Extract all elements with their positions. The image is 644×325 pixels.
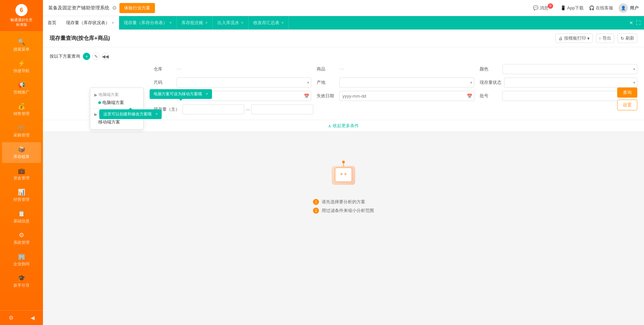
basic-info-icon: 📋 <box>18 210 25 217</box>
logo-icon: 6 <box>15 4 28 16</box>
tooltip-create-scheme: 这里可以创建和修改方案哦 × <box>99 109 162 119</box>
prod-date-calendar-icon[interactable]: 📅 <box>304 94 309 99</box>
maximize-icon[interactable]: ⛶ <box>636 20 641 25</box>
tab-close-batch[interactable]: × <box>205 20 208 25</box>
sales-icon: 💰 <box>18 103 25 110</box>
tab-label-batch: 库存批次账 <box>181 20 203 26</box>
sidebar-logo: 6 畅通通好生意 标准版 <box>0 0 43 32</box>
tab-close-receive[interactable]: × <box>281 20 284 25</box>
sidebar-item-label-operation: 经营管理 <box>13 197 30 203</box>
collapse-arrow-icon: ∧ <box>328 123 331 128</box>
stock-qty-max-input[interactable] <box>251 104 313 114</box>
reset-button[interactable]: 设置 <box>617 100 637 110</box>
stock-qty-min-input[interactable] <box>182 104 244 114</box>
tab-batch[interactable]: 库存批次账× <box>177 16 213 30</box>
batch-field: 批号 <box>480 91 637 101</box>
filter-header: 按以下方案查询 ＋ ✎ ◀◀ <box>50 53 637 60</box>
active-dot <box>98 101 101 104</box>
tab-home[interactable]: 首页 <box>43 16 61 30</box>
exp-date-calendar-icon[interactable]: 📅 <box>467 94 472 99</box>
batch-label: 批号 <box>480 93 500 99</box>
exp-industry-button[interactable]: 体验行业方案 <box>119 3 155 13</box>
tooltip-pc-to-mobile: 电脑方案可设为移动方案哦 × <box>150 89 212 99</box>
warehouse-field: 仓库 ··· <box>154 66 311 72</box>
app-download-button[interactable]: 📱 App下载 <box>560 5 584 11</box>
sidebar-item-quick-nav[interactable]: ⚡ 快捷导航 <box>2 56 41 77</box>
page-actions: 🖨 按模板打印 ▾ ↑ 导出 ↻ 刷新 <box>555 34 638 43</box>
size-label: 尺码 <box>154 79 174 86</box>
refresh-button[interactable]: ↻ 刷新 <box>618 34 637 43</box>
sidebar-footer: ⚙ ◀ <box>0 310 43 325</box>
quick-nav-icon: ⚡ <box>18 60 25 67</box>
origin-select[interactable] <box>339 77 474 88</box>
tab-receive[interactable]: 收发存汇总表× <box>249 16 289 30</box>
service-icon: 🎧 <box>589 5 594 10</box>
message-button[interactable]: 💬 消息 9 <box>533 5 555 11</box>
sidebar-item-label-guide: 新手引导 <box>13 283 30 288</box>
color-label: 颜色 <box>480 66 500 72</box>
sidebar-item-label-quick-nav: 快捷导航 <box>13 68 30 74</box>
sidebar: 6 畅通通好生意 标准版 🔍 搜索菜单 ⚡ 快捷导航 📢 营销推广 💰 销售管理… <box>0 0 43 325</box>
topbar-gear-icon[interactable]: ⚙ <box>112 5 117 11</box>
filter-action-buttons: ＋ ✎ ◀◀ <box>83 53 109 60</box>
add-scheme-button[interactable]: ＋ <box>83 53 90 60</box>
sidebar-item-inventory[interactable]: 📦 库存核算 <box>2 142 41 163</box>
warehouse-dots[interactable]: ··· <box>176 66 181 72</box>
exp-date-label: 失效日期 <box>317 93 337 99</box>
sidebar-item-search[interactable]: 🔍 搜索菜单 <box>2 35 41 56</box>
sidebar-item-label-purchase: 采购管理 <box>13 132 30 138</box>
sidebar-item-guide[interactable]: 🎓 新手引导 <box>2 271 41 292</box>
edit-scheme-button[interactable]: ✎ <box>92 53 100 60</box>
print-button[interactable]: 🖨 按模板打印 ▾ <box>555 34 593 43</box>
message-icon: 💬 <box>533 5 538 10</box>
size-field: 尺码 ▾ <box>154 77 311 88</box>
query-button[interactable]: 查询 <box>617 88 637 98</box>
user-menu[interactable]: 👤 用户 <box>619 3 639 13</box>
sidebar-item-label-basic-info: 基础信息 <box>13 218 30 224</box>
tooltip1-close[interactable]: × <box>206 92 208 96</box>
message-badge: 9 <box>548 3 553 9</box>
tab-inventory-dist[interactable]: 现存量（库存分布表）× <box>119 16 177 30</box>
tooltip2-close[interactable]: × <box>155 112 158 116</box>
stock-status-select[interactable] <box>504 77 637 88</box>
search-icon: 🔍 <box>18 38 25 46</box>
system-title: 装备及固定资产辅助管理系统 <box>48 5 109 11</box>
origin-label: 产地 <box>317 79 337 86</box>
collapse-sidebar-icon[interactable]: ◀ <box>31 315 35 321</box>
export-icon: ↑ <box>599 36 601 41</box>
goods-dots[interactable]: ··· <box>339 66 344 72</box>
sidebar-item-purchase[interactable]: 🛒 采购管理 <box>2 121 41 142</box>
stock-status-field: 现存量状态 ▾ <box>480 77 637 88</box>
tab-inout[interactable]: 出入库流水× <box>213 16 249 30</box>
filter-row-1: 仓库 ··· 商品 ··· 颜色 ▾ <box>154 64 637 74</box>
exp-date-input[interactable] <box>339 91 474 101</box>
sidebar-item-sales[interactable]: 💰 销售管理 <box>2 99 41 120</box>
online-service-button[interactable]: 🎧 在线客服 <box>589 5 613 11</box>
enterprise-icon: 🏢 <box>18 253 25 260</box>
color-select[interactable] <box>502 64 637 74</box>
tab-inventory-status[interactable]: 现存量（库存状况表）× <box>61 16 119 30</box>
topbar-left: 装备及固定资产辅助管理系统 ⚙ 体验行业方案 <box>48 3 155 13</box>
goods-field: 商品 ··· <box>317 66 474 72</box>
sidebar-item-enterprise[interactable]: 🏢 企业协同 <box>2 250 41 270</box>
sidebar-item-operation[interactable]: 📊 经营管理 <box>2 185 41 206</box>
print-dropdown-icon: ▾ <box>587 36 590 41</box>
sidebar-item-label-inventory: 库存核算 <box>13 154 30 160</box>
pc-scheme-item[interactable]: 电脑端方案 <box>90 98 143 107</box>
operation-icon: 📊 <box>18 188 25 196</box>
tab-close-inout[interactable]: × <box>241 20 244 25</box>
sidebar-item-finance[interactable]: 💼 资金管理 <box>2 164 41 184</box>
close-all-icon[interactable]: ✕ <box>629 20 633 25</box>
export-button[interactable]: ↑ 导出 <box>596 34 614 43</box>
exp-date-field: 失效日期 📅 <box>317 91 474 101</box>
sidebar-item-system[interactable]: ⚙ 系统管理 <box>2 228 41 249</box>
size-select[interactable] <box>176 77 311 88</box>
tab-close-inventory-status[interactable]: × <box>112 20 114 25</box>
sidebar-item-basic-info[interactable]: 📋 基础信息 <box>2 207 41 227</box>
back-icon-button[interactable]: ◀◀ <box>102 53 109 60</box>
filter-row-2: 尺码 ▾ 产地 ▾ 现存量状态 <box>154 77 637 88</box>
tab-close-inventory-dist[interactable]: × <box>169 20 172 25</box>
sidebar-item-marketing[interactable]: 📢 营销推广 <box>2 78 41 99</box>
settings-icon[interactable]: ⚙ <box>9 315 13 321</box>
refresh-icon: ↻ <box>621 36 624 41</box>
